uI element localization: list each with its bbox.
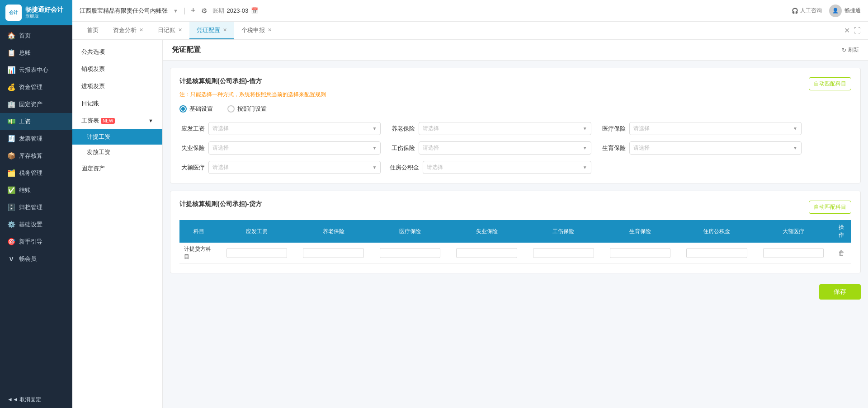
- housing-select[interactable]: 请选择 ▼: [423, 161, 591, 174]
- tab-diary[interactable]: 日记账 ✕: [151, 22, 189, 39]
- sidebar-item-vip[interactable]: V 畅会员: [0, 250, 72, 267]
- select-placeholder: 请选择: [423, 144, 439, 152]
- sidebar-item-label: 发票管理: [19, 135, 42, 143]
- col-medical: 医疗保险: [372, 220, 448, 243]
- select-placeholder: 请选择: [212, 125, 229, 132]
- cell-pension[interactable]: [295, 243, 372, 264]
- tab-close-icon[interactable]: ✕: [139, 27, 143, 33]
- tab-close-icon[interactable]: ✕: [268, 27, 272, 33]
- sidebar-nav: 🏠 首页 📋 总账 📊 云报表中心 💰 资金管理 🏢 固定资产 💵 工资 🧾 发…: [0, 25, 72, 391]
- tab-tax[interactable]: 个税申报 ✕: [234, 22, 279, 39]
- field-unemployment: 失业保险 请选择 ▼: [179, 141, 381, 155]
- close-period-icon: ✅: [7, 186, 15, 194]
- report-icon: 📊: [7, 66, 15, 74]
- field-label: 养老保险: [390, 125, 415, 133]
- input-injury[interactable]: [533, 248, 594, 258]
- sidebar-item-close[interactable]: ✅ 结账: [0, 182, 72, 199]
- gross-salary-select[interactable]: 请选择 ▼: [208, 122, 381, 135]
- cell-unemployment[interactable]: [448, 243, 525, 264]
- cell-large-medical[interactable]: [755, 243, 832, 264]
- sidebar-item-settings[interactable]: ⚙️ 基础设置: [0, 216, 72, 233]
- left-nav-wage-table[interactable]: 工资表NEW ▼: [72, 112, 162, 129]
- close-tab-button[interactable]: ✕: [844, 26, 850, 35]
- input-large-medical[interactable]: [763, 248, 824, 258]
- tab-close-icon[interactable]: ✕: [178, 27, 182, 33]
- nav-label: 工资表NEW: [81, 117, 115, 125]
- save-button[interactable]: 保存: [819, 284, 861, 300]
- tab-home[interactable]: 首页: [80, 22, 106, 39]
- delete-row-button[interactable]: 🗑: [838, 249, 844, 257]
- sidebar-item-invoice[interactable]: 🧾 发票管理: [0, 130, 72, 147]
- sidebar-item-label: 云报表中心: [19, 66, 48, 74]
- pension-select[interactable]: 请选择 ▼: [419, 122, 591, 135]
- tab-fund[interactable]: 资金分析 ✕: [106, 22, 151, 39]
- field-label: 大额医疗: [179, 164, 205, 172]
- left-nav-issue[interactable]: 发放工资: [72, 145, 162, 160]
- company-dropdown-icon[interactable]: ▼: [173, 8, 178, 14]
- input-medical[interactable]: [380, 248, 441, 258]
- credit-auto-match-button[interactable]: 自动匹配科目: [809, 201, 851, 214]
- radio-department[interactable]: 按部门设置: [227, 105, 267, 113]
- main-content: 凭证配置 ↻ 刷新 计提核算规则(公司承担)-借方 注：只能选择一种方式，系统将…: [163, 40, 868, 408]
- sidebar-item-label: 税务管理: [19, 169, 42, 177]
- guide-icon: 🎯: [7, 238, 15, 246]
- large-medical-select[interactable]: 请选择 ▼: [208, 161, 381, 174]
- fund-icon: 💰: [7, 83, 15, 91]
- sidebar-item-inventory[interactable]: 📦 库存核算: [0, 147, 72, 164]
- period-label: 账期: [212, 7, 224, 15]
- left-nav-purchase[interactable]: 进项发票: [72, 78, 162, 95]
- sidebar-item-asset[interactable]: 🏢 固定资产: [0, 96, 72, 113]
- input-housing[interactable]: [686, 248, 747, 258]
- unemployment-select[interactable]: 请选择 ▼: [208, 141, 381, 155]
- sidebar-item-label: 首页: [19, 32, 31, 40]
- cell-injury[interactable]: [525, 243, 602, 264]
- input-pension[interactable]: [303, 248, 364, 258]
- cell-medical[interactable]: [372, 243, 448, 264]
- select-placeholder: 请选择: [423, 125, 439, 132]
- period-value[interactable]: 2023-03: [227, 7, 249, 14]
- refresh-button[interactable]: ↻ 刷新: [842, 46, 859, 54]
- sidebar-item-report[interactable]: 📊 云报表中心: [0, 61, 72, 79]
- sidebar-item-tax[interactable]: 🗂️ 税务管理: [0, 164, 72, 182]
- left-nav-fixed-asset[interactable]: 固定资产: [72, 160, 162, 177]
- medical-select[interactable]: 请选择 ▼: [629, 122, 802, 135]
- left-nav-diary[interactable]: 日记账: [72, 95, 162, 112]
- fullscreen-button[interactable]: ⛶: [854, 27, 861, 35]
- add-account-button[interactable]: +: [191, 6, 196, 15]
- user-menu[interactable]: 👤 畅捷通: [829, 5, 861, 17]
- radio-basic[interactable]: 基础设置: [179, 105, 213, 113]
- tab-voucher[interactable]: 凭证配置 ✕: [189, 22, 234, 39]
- sidebar-item-home[interactable]: 🏠 首页: [0, 27, 72, 44]
- nav-label: 销项发票: [81, 65, 105, 73]
- col-gross: 应发工资: [218, 220, 295, 243]
- sidebar-item-fund[interactable]: 💰 资金管理: [0, 79, 72, 96]
- tab-close-icon[interactable]: ✕: [223, 27, 227, 33]
- injury-select[interactable]: 请选择 ▼: [419, 141, 591, 155]
- input-gross-salary[interactable]: [226, 248, 288, 258]
- sidebar-item-ledger[interactable]: 📋 总账: [0, 44, 72, 61]
- select-placeholder: 请选择: [212, 164, 229, 171]
- birth-select[interactable]: 请选择 ▼: [629, 141, 802, 155]
- debit-auto-match-button[interactable]: 自动匹配科目: [809, 77, 851, 90]
- service-button[interactable]: 🎧 人工咨询: [792, 7, 822, 14]
- left-nav-common[interactable]: 公共选项: [72, 43, 162, 61]
- calendar-icon[interactable]: 📅: [251, 7, 258, 14]
- sidebar-item-label: 总账: [19, 49, 31, 57]
- left-nav-sales[interactable]: 销项发票: [72, 61, 162, 78]
- left-nav-accrue[interactable]: 计提工资: [72, 129, 162, 145]
- cell-housing[interactable]: [679, 243, 755, 264]
- cell-gross-salary[interactable]: [218, 243, 295, 264]
- company-name[interactable]: 江西服宝精品有限责任公司内账张: [80, 7, 168, 15]
- col-large-medical: 大额医疗: [755, 220, 832, 243]
- sidebar-unpin-button[interactable]: ◄◄ 取消固定: [0, 391, 72, 408]
- sidebar-item-guide[interactable]: 🎯 新手引导: [0, 233, 72, 250]
- input-birth[interactable]: [610, 248, 671, 258]
- credit-section-title: 计提核算规则(公司承担)-贷方: [179, 200, 262, 208]
- sidebar-item-salary[interactable]: 💵 工资: [0, 113, 72, 130]
- settings-button[interactable]: ⚙: [201, 7, 207, 15]
- table-row: 计提贷方科目 🗑: [179, 243, 851, 264]
- input-unemployment[interactable]: [456, 248, 517, 258]
- sidebar-item-archive[interactable]: 🗄️ 归档管理: [0, 199, 72, 216]
- page-title: 凭证配置: [172, 45, 201, 55]
- cell-birth[interactable]: [602, 243, 679, 264]
